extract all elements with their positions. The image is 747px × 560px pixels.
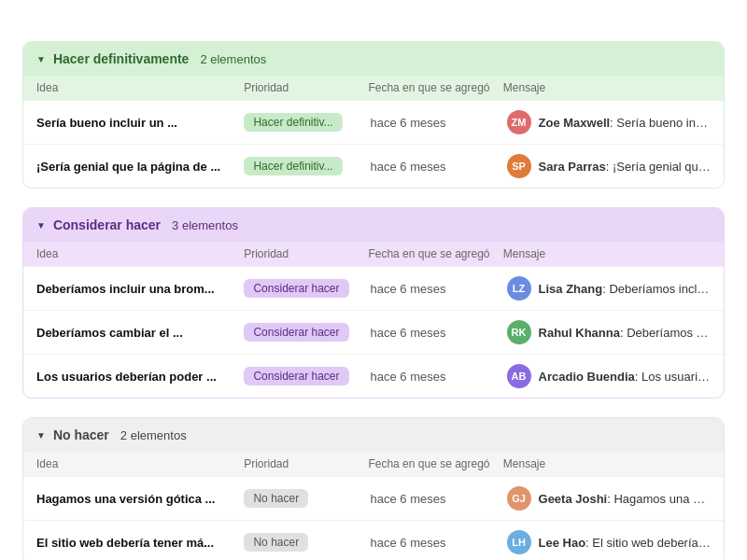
priority-cell: Hacer definitiv... xyxy=(244,157,366,175)
idea-text: Los usuarios deberían poder ... xyxy=(36,370,240,384)
column-header: Mensaje xyxy=(503,81,711,94)
column-header: Fecha en que se agregó xyxy=(368,247,502,260)
column-header: Prioridad xyxy=(244,247,368,260)
message-text: Lisa Zhang: Deberíamos incluir una ... xyxy=(539,282,711,296)
avatar: AB xyxy=(507,364,531,388)
message-text: Rahul Khanna: Deberíamos cambiar... xyxy=(539,326,711,340)
message-text: Zoe Maxwell: Sería bueno incluir un... xyxy=(539,116,711,130)
section-header-considerar-hacer[interactable]: ▼ Considerar hacer 3 elementos xyxy=(23,208,724,242)
section-label: Considerar hacer xyxy=(53,217,161,232)
table-row[interactable]: Deberíamos incluir una brom...Considerar… xyxy=(23,266,724,310)
section-no-hacer: ▼ No hacer 2 elementos IdeaPrioridadFech… xyxy=(22,417,725,560)
avatar: LH xyxy=(507,530,531,554)
column-header: Prioridad xyxy=(244,81,368,94)
chevron-icon: ▼ xyxy=(36,430,46,441)
message-cell: LZLisa Zhang: Deberíamos incluir una ... xyxy=(507,276,711,301)
date-added: hace 6 meses xyxy=(371,282,503,296)
section-count: 2 elementos xyxy=(200,52,266,66)
idea-text: Deberíamos cambiar el ... xyxy=(36,326,240,340)
priority-badge: Hacer definitiv... xyxy=(244,157,342,175)
priority-cell: Considerar hacer xyxy=(244,323,366,342)
idea-text: Hagamos una versión gótica ... xyxy=(36,492,240,506)
date-added: hace 6 meses xyxy=(371,536,503,550)
priority-badge: No hacer xyxy=(244,533,308,552)
table-header: IdeaPrioridadFecha en que se agregóMensa… xyxy=(23,452,724,476)
priority-badge: Considerar hacer xyxy=(244,367,348,385)
message-text: Sara Parras: ¡Sería genial que la pági..… xyxy=(539,160,711,174)
avatar: ZM xyxy=(507,110,531,134)
priority-badge: Hacer definitiv... xyxy=(244,113,342,132)
table-row[interactable]: ¡Sería genial que la página de ...Hacer … xyxy=(23,144,724,188)
section-label: No hacer xyxy=(53,427,109,442)
message-text: Arcadio Buendia: Los usuarios debe... xyxy=(539,370,711,384)
priority-badge: Considerar hacer xyxy=(244,279,348,298)
message-cell: LHLee Hao: El sitio web debería tener ..… xyxy=(507,530,711,554)
priority-badge: Considerar hacer xyxy=(244,323,348,342)
table-row[interactable]: Deberíamos cambiar el ...Considerar hace… xyxy=(23,310,724,354)
column-header: Fecha en que se agregó xyxy=(368,457,502,470)
date-added: hace 6 meses xyxy=(371,116,503,130)
chevron-icon: ▼ xyxy=(36,54,46,64)
column-header: Fecha en que se agregó xyxy=(368,81,502,94)
table-row[interactable]: El sitio web debería tener má...No hacer… xyxy=(23,520,724,560)
avatar: LZ xyxy=(507,276,531,301)
priority-cell: Considerar hacer xyxy=(244,367,366,385)
date-added: hace 6 meses xyxy=(371,326,503,340)
column-header: Mensaje xyxy=(503,457,711,470)
section-header-no-hacer[interactable]: ▼ No hacer 2 elementos xyxy=(23,418,724,452)
idea-text: Deberíamos incluir una brom... xyxy=(36,282,240,296)
date-added: hace 6 meses xyxy=(371,370,503,384)
table-row[interactable]: Sería bueno incluir un ...Hacer definiti… xyxy=(23,100,724,144)
table-header: IdeaPrioridadFecha en que se agregóMensa… xyxy=(23,76,724,100)
message-cell: SPSara Parras: ¡Sería genial que la pági… xyxy=(507,154,711,178)
message-cell: ABArcadio Buendia: Los usuarios debe... xyxy=(507,364,711,388)
priority-cell: Hacer definitiv... xyxy=(244,113,366,132)
avatar: RK xyxy=(507,320,531,344)
column-header: Mensaje xyxy=(503,247,711,260)
table-row[interactable]: Los usuarios deberían poder ...Considera… xyxy=(23,354,724,398)
idea-text: ¡Sería genial que la página de ... xyxy=(36,160,240,174)
priority-cell: No hacer xyxy=(244,533,366,552)
section-header-hacer-definitivamente[interactable]: ▼ Hacer definitivamente 2 elementos xyxy=(23,42,724,76)
column-header: Idea xyxy=(36,247,244,260)
column-header: Idea xyxy=(36,457,244,470)
message-cell: ZMZoe Maxwell: Sería bueno incluir un... xyxy=(507,110,711,134)
priority-badge: No hacer xyxy=(244,489,308,508)
chevron-icon: ▼ xyxy=(36,220,46,231)
table-header: IdeaPrioridadFecha en que se agregóMensa… xyxy=(23,242,724,266)
priority-cell: Considerar hacer xyxy=(244,279,366,298)
message-cell: GJGeeta Joshi: Hagamos una versión g... xyxy=(507,486,711,511)
priority-cell: No hacer xyxy=(244,489,366,508)
message-text: Geeta Joshi: Hagamos una versión g... xyxy=(539,492,711,506)
section-considerar-hacer: ▼ Considerar hacer 3 elementos IdeaPrior… xyxy=(22,207,725,399)
column-header: Idea xyxy=(36,81,244,94)
section-label: Hacer definitivamente xyxy=(53,51,190,66)
section-hacer-definitivamente: ▼ Hacer definitivamente 2 elementos Idea… xyxy=(22,41,725,189)
avatar: SP xyxy=(507,154,531,178)
idea-text: El sitio web debería tener má... xyxy=(36,536,240,550)
date-added: hace 6 meses xyxy=(371,492,503,506)
avatar: GJ xyxy=(507,486,531,511)
section-count: 2 elementos xyxy=(120,428,187,442)
message-cell: RKRahul Khanna: Deberíamos cambiar... xyxy=(507,320,711,344)
date-added: hace 6 meses xyxy=(371,160,503,174)
section-count: 3 elementos xyxy=(172,218,238,232)
column-header: Prioridad xyxy=(244,457,368,470)
idea-text: Sería bueno incluir un ... xyxy=(36,116,240,130)
table-row[interactable]: Hagamos una versión gótica ...No hacerha… xyxy=(23,476,724,520)
message-text: Lee Hao: El sitio web debería tener ... xyxy=(539,536,711,550)
